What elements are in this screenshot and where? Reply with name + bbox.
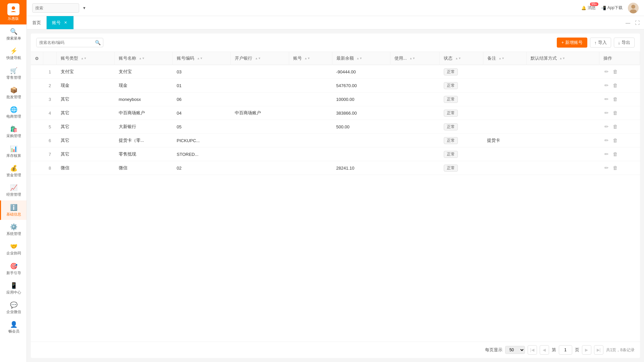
sidebar-item-operation-mgmt[interactable]: 📈 经营管理 <box>0 181 26 200</box>
edit-button[interactable]: ✏ <box>603 123 610 130</box>
tab-home[interactable]: 首页 <box>27 16 47 29</box>
last-page-button[interactable]: ▶| <box>594 345 603 355</box>
total-info: 共1页，8条记录 <box>606 347 635 353</box>
row-account-type: 微信 <box>57 161 115 175</box>
sidebar-item-purchase-mgmt[interactable]: 🛍️ 采购管理 <box>0 122 26 141</box>
th-account[interactable]: 账号 ▲▼ <box>289 52 332 65</box>
sidebar-item-member[interactable]: 👤 畅会员 <box>0 317 26 337</box>
topbar: ▾ 🔔 消息 99+ 📲 App下载 <box>27 0 644 16</box>
row-number: 6 <box>43 134 57 147</box>
message-badge: 99+ <box>590 2 598 6</box>
row-account-code: STORED... <box>173 147 231 161</box>
app-download-button[interactable]: 📲 App下载 <box>601 5 623 11</box>
th-status[interactable]: 状态 ▲▼ <box>440 52 483 65</box>
search-input[interactable] <box>37 39 92 47</box>
row-number: 5 <box>43 120 57 134</box>
tab-minimize-button[interactable]: — <box>624 19 632 27</box>
avatar[interactable] <box>628 3 639 13</box>
sort-icon-status: ▲▼ <box>455 57 461 60</box>
edit-button[interactable]: ✏ <box>603 96 610 103</box>
th-usage[interactable]: 使用... ▲▼ <box>390 52 440 65</box>
delete-button[interactable]: 🗑 <box>611 123 619 130</box>
prev-page-button[interactable]: ◀ <box>540 345 549 355</box>
delete-button[interactable]: 🗑 <box>611 164 619 171</box>
sidebar-item-app-center[interactable]: 📱 应用中心 <box>0 279 26 298</box>
edit-button[interactable]: ✏ <box>603 150 610 158</box>
row-settings <box>31 134 43 147</box>
th-action: 操作 <box>599 52 640 65</box>
delete-button[interactable]: 🗑 <box>611 82 619 89</box>
table-row: 2 现金 现金 01 547670.00 正常 ✏ 🗑 <box>31 79 640 93</box>
edit-button[interactable]: ✏ <box>603 82 610 89</box>
table-row: 6 其它 提货卡（零... PICKUPC... 正常 提货卡 ✏ 🗑 <box>31 134 640 147</box>
row-settings <box>31 120 43 134</box>
th-account-code[interactable]: 账号编码 ▲▼ <box>173 52 231 65</box>
status-badge: 正常 <box>444 110 458 117</box>
row-account-name: 大新银行 <box>115 120 173 134</box>
delete-button[interactable]: 🗑 <box>611 96 619 103</box>
sidebar-item-basic-info[interactable]: ℹ️ 基础信息 <box>0 200 26 220</box>
row-default-settle <box>526 147 599 161</box>
edit-button[interactable]: ✏ <box>603 164 610 172</box>
delete-button[interactable]: 🗑 <box>611 68 619 75</box>
th-account-type[interactable]: 账号类型 ▲▼ <box>57 52 115 65</box>
page-input[interactable] <box>559 345 572 355</box>
row-account-name: 中百商场账户 <box>115 106 173 120</box>
message-button[interactable]: 🔔 消息 99+ <box>581 5 596 11</box>
next-page-button[interactable]: ▶ <box>582 345 591 355</box>
topbar-search-input[interactable] <box>32 3 79 13</box>
row-account-name: 现金 <box>115 79 173 93</box>
sidebar-item-system-mgmt[interactable]: ⚙️ 系统管理 <box>0 220 26 239</box>
sidebar-item-inventory[interactable]: 📊 库存核算 <box>0 142 26 161</box>
sidebar-item-label-quick-nav: 快捷导航 <box>6 55 21 60</box>
th-open-bank[interactable]: 开户银行 ▲▼ <box>231 52 289 65</box>
edit-button[interactable]: ✏ <box>603 137 610 144</box>
row-account-type: 现金 <box>57 79 115 93</box>
row-status: 正常 <box>440 106 483 120</box>
row-open-bank <box>231 120 289 134</box>
tab-maximize-button[interactable]: ⛶ <box>633 19 641 27</box>
sidebar-item-finance-mgmt[interactable]: 💰 资金管理 <box>0 161 26 181</box>
new-guide-icon: 🎯 <box>10 262 17 270</box>
tab-close-button[interactable]: ✕ <box>63 20 68 25</box>
edit-button[interactable]: ✏ <box>603 109 610 117</box>
th-remark[interactable]: 备注 ▲▼ <box>483 52 526 65</box>
sidebar-item-ecommerce-mgmt[interactable]: 🌐 电商管理 <box>0 103 26 122</box>
row-account-type: 其它 <box>57 134 115 147</box>
sidebar-item-wholesale-mgmt[interactable]: 📦 批发管理 <box>0 83 26 103</box>
th-settings[interactable]: ⚙ <box>31 52 43 65</box>
sidebar-item-search-menu[interactable]: 🔍 搜索菜单 <box>0 24 26 44</box>
import-button[interactable]: ↑ 导入 <box>590 38 611 48</box>
sidebar-item-label-operation-mgmt: 经营管理 <box>6 192 21 197</box>
row-account-name: moneybosx <box>115 93 173 106</box>
table-wrap: ⚙ 账号类型 ▲▼ 账号名称 ▲▼ <box>31 52 640 342</box>
row-open-bank: 中百商场账户 <box>231 106 289 120</box>
row-account-code: PICKUPC... <box>173 134 231 147</box>
svg-point-0 <box>12 6 15 10</box>
sidebar-item-retail-mgmt[interactable]: 🛒 零售管理 <box>0 64 26 83</box>
th-default-settle[interactable]: 默认结算方式 ▲▼ <box>526 52 599 65</box>
sidebar-item-corp-wechat[interactable]: 💬 企业微信 <box>0 298 26 317</box>
status-badge: 正常 <box>444 68 458 75</box>
th-account-name[interactable]: 账号名称 ▲▼ <box>115 52 173 65</box>
row-open-bank <box>231 93 289 106</box>
sidebar-item-quick-nav[interactable]: ⚡ 快捷导航 <box>0 44 26 63</box>
row-latest-balance: 10000.00 <box>332 93 390 106</box>
edit-button[interactable]: ✏ <box>603 68 610 75</box>
status-badge: 正常 <box>444 137 458 144</box>
tab-account[interactable]: 账号 ✕ <box>47 16 74 29</box>
search-button[interactable]: 🔍 <box>92 38 103 47</box>
search-menu-icon: 🔍 <box>10 28 17 35</box>
sidebar-item-new-guide[interactable]: 🎯 新手引导 <box>0 259 26 279</box>
topbar-dropdown[interactable]: ▾ <box>83 5 86 10</box>
sidebar-item-corp-agreement[interactable]: 🤝 企业协同 <box>0 239 26 259</box>
page-size-select[interactable]: 50 20 100 200 <box>505 346 525 354</box>
th-latest-balance[interactable]: 最新余额 ▲▼ <box>332 52 390 65</box>
first-page-button[interactable]: |◀ <box>528 345 537 355</box>
delete-button[interactable]: 🗑 <box>611 137 619 144</box>
add-account-button[interactable]: + 新增账号 <box>557 38 587 48</box>
export-button[interactable]: ↓ 导出 <box>614 38 635 48</box>
delete-button[interactable]: 🗑 <box>611 150 619 158</box>
delete-button[interactable]: 🗑 <box>611 109 619 116</box>
row-remark <box>483 161 526 175</box>
